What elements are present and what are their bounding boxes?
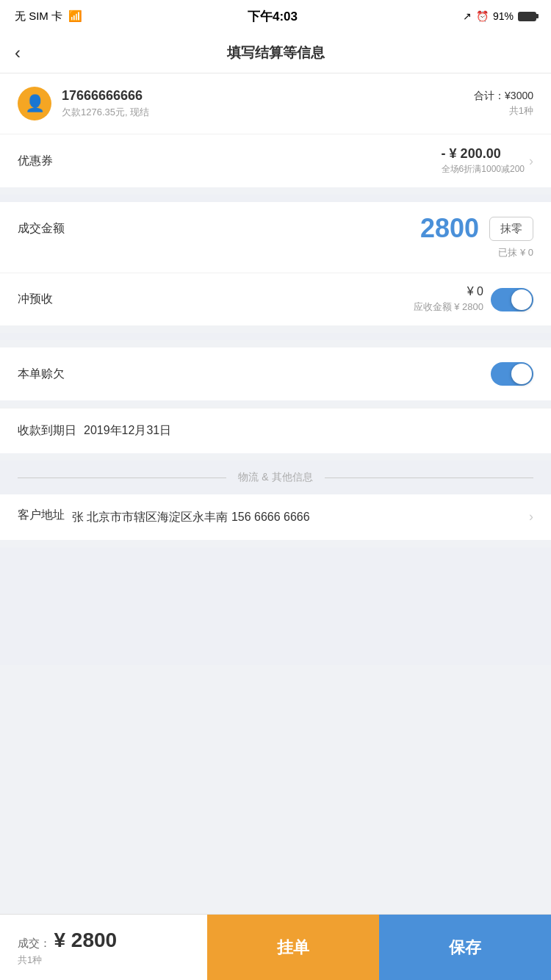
separator-2 xyxy=(0,333,551,340)
prepay-toggle[interactable] xyxy=(491,288,533,311)
divider-line-right xyxy=(325,478,533,478)
address-label: 客户地址 xyxy=(18,508,65,523)
grey-area xyxy=(0,547,551,665)
coupon-chevron: › xyxy=(529,154,533,169)
customer-sub: 欠款1276.35元, 现结 xyxy=(62,106,149,119)
coupon-label: 优惠券 xyxy=(18,154,53,169)
coupon-desc: 全场6折满1000减200 xyxy=(442,163,525,176)
carrier-label: 无 SIM 卡 xyxy=(15,10,62,24)
debt-toggle[interactable] xyxy=(491,362,533,386)
prepay-right: ¥ 0 应收金额 ¥ 2800 xyxy=(414,285,533,314)
divider-line-left xyxy=(18,478,226,478)
logistics-label: 物流 & 其他信息 xyxy=(238,471,312,484)
battery-icon xyxy=(518,12,536,21)
coupon-row[interactable]: 优惠券 - ¥ 200.00 全场6折满1000减200 › xyxy=(0,134,551,187)
address-text: 张 北京市市辖区海淀区永丰南 156 6666 6666 xyxy=(72,508,522,527)
amount-sub: 已抹 ¥ 0 xyxy=(18,246,533,259)
alarm-icon: ⏰ xyxy=(476,10,489,22)
prepay-sub: 应收金额 ¥ 2800 xyxy=(414,300,483,314)
status-time: 下午4:03 xyxy=(248,8,298,25)
due-section: 收款到期日 2019年12月31日 xyxy=(0,408,551,453)
round-button[interactable]: 抹零 xyxy=(489,217,533,241)
avatar-icon: 👤 xyxy=(25,94,45,113)
bottom-bar: 成交： ¥ 2800 共1种 挂单 保存 xyxy=(0,914,551,980)
deal-label: 成交： xyxy=(18,937,51,949)
customer-row: 👤 17666666666 欠款1276.35元, 现结 合计：¥3000 共1… xyxy=(0,73,551,134)
prepay-label: 冲预收 xyxy=(18,292,53,307)
deal-amount: ¥ 2800 xyxy=(54,929,117,951)
debt-toggle-knob xyxy=(511,364,532,384)
hang-button[interactable]: 挂单 xyxy=(207,915,379,981)
prepay-row: 冲预收 ¥ 0 应收金额 ¥ 2800 xyxy=(18,285,533,314)
page-title: 填写结算等信息 xyxy=(227,43,325,62)
coupon-right: - ¥ 200.00 全场6折满1000减200 › xyxy=(442,146,533,176)
logistics-divider: 物流 & 其他信息 xyxy=(0,461,551,494)
main-content: 👤 17666666666 欠款1276.35元, 现结 合计：¥3000 共1… xyxy=(0,73,551,731)
customer-phone: 17666666666 xyxy=(62,88,149,104)
status-left: 无 SIM 卡 📶 xyxy=(15,10,82,24)
address-chevron: › xyxy=(529,509,533,525)
customer-info: 17666666666 欠款1276.35元, 现结 xyxy=(62,88,149,119)
coupon-discount: - ¥ 200.00 xyxy=(442,146,525,162)
total-label: 合计：¥3000 xyxy=(474,90,533,103)
status-bar: 无 SIM 卡 📶 下午4:03 ↗ ⏰ 91% xyxy=(0,0,551,32)
customer-card: 👤 17666666666 欠款1276.35元, 现结 合计：¥3000 共1… xyxy=(0,73,551,187)
location-icon: ↗ xyxy=(463,10,472,22)
amount-value: 2800 xyxy=(420,215,479,242)
address-section[interactable]: 客户地址 张 北京市市辖区海淀区永丰南 156 6666 6666 › xyxy=(0,494,551,540)
customer-right: 合计：¥3000 共1种 xyxy=(474,90,533,118)
battery-label: 91% xyxy=(493,10,514,22)
amount-section: 成交金额 2800 抹零 已抹 ¥ 0 xyxy=(0,202,551,273)
total-count: 共1种 xyxy=(474,104,533,118)
amount-right: 2800 抹零 xyxy=(420,215,533,242)
due-label: 收款到期日 xyxy=(18,423,76,439)
prepay-amount: ¥ 0 xyxy=(414,285,483,298)
avatar: 👤 xyxy=(18,87,51,120)
back-button[interactable]: ‹ xyxy=(15,43,21,63)
bottom-left: 成交： ¥ 2800 共1种 xyxy=(0,929,207,967)
deal-count: 共1种 xyxy=(18,954,190,967)
status-right: ↗ ⏰ 91% xyxy=(463,10,536,22)
toggle-knob xyxy=(511,289,532,310)
debt-label: 本单赊欠 xyxy=(18,367,65,382)
wifi-icon: 📶 xyxy=(68,10,82,23)
save-button[interactable]: 保存 xyxy=(379,915,551,981)
amount-row: 成交金额 2800 抹零 xyxy=(18,215,533,242)
debt-section: 本单赊欠 xyxy=(0,347,551,400)
prepay-section: 冲预收 ¥ 0 应收金额 ¥ 2800 xyxy=(0,273,551,325)
separator-1 xyxy=(0,195,551,202)
due-date: 2019年12月31日 xyxy=(84,423,171,439)
customer-left: 👤 17666666666 欠款1276.35元, 现结 xyxy=(18,87,149,120)
amount-label: 成交金额 xyxy=(18,221,65,237)
nav-bar: ‹ 填写结算等信息 xyxy=(0,32,551,73)
